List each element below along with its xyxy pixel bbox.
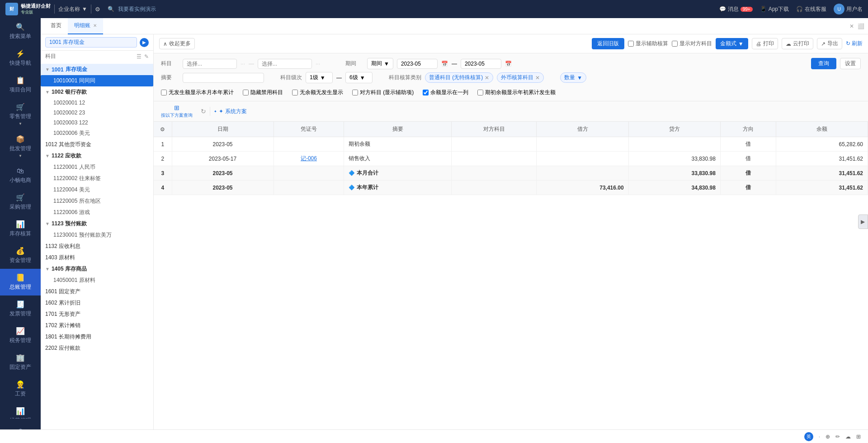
tree-item-1123[interactable]: ▼ 1123 预付账款 [41, 218, 153, 229]
contra-check[interactable] [352, 90, 358, 95]
expand-btn[interactable]: ∧ 收起更多 [159, 38, 195, 49]
sidebar-item-ledger[interactable]: 📒 总账管理 [0, 269, 41, 295]
no-occurrence-check[interactable] [161, 90, 167, 95]
bottom-icon-cloud[interactable]: ☁ [845, 433, 851, 440]
plan-refresh-icon[interactable]: ↻ [201, 108, 206, 115]
maximize-icon[interactable]: ⬜ [858, 23, 864, 29]
refresh-btn[interactable]: ↻ 刷新 [846, 40, 863, 48]
format-btn[interactable]: 金额式 ▼ [716, 38, 748, 49]
opening-check[interactable] [477, 90, 483, 95]
sidebar-item-salary[interactable]: 👷 工资 [0, 376, 41, 402]
sidebar-item-retail[interactable]: 🛒 零售管理 ▼ [0, 98, 41, 130]
bottom-icon-add[interactable]: ⊕ [826, 433, 830, 440]
tab-home[interactable]: 首页 [44, 18, 68, 34]
tree-item-1601[interactable]: 1601 固定资产 [41, 286, 153, 297]
tree-item-1602[interactable]: 1602 累计折旧 [41, 297, 153, 309]
tree-item-10020003[interactable]: 10020003 122 [41, 118, 153, 128]
settings-filter-btn[interactable]: 设置 [840, 58, 861, 69]
sidebar-item-ecommerce[interactable]: 🛍 小畅电商 [0, 162, 41, 189]
bottom-icon-lang[interactable]: 英 [804, 432, 813, 441]
balance-one-col-checkbox[interactable]: 余额显示在一列 [423, 89, 468, 96]
tree-item-10010001[interactable]: 10010001 同同同 [41, 75, 153, 86]
tree-item-11230001[interactable]: 11230001 预付账款美万 [41, 229, 153, 241]
demo-link[interactable]: 我要看实例演示 [118, 5, 156, 13]
sidebar-item-purchase[interactable]: 🛒 采购管理 [0, 189, 41, 215]
category-tag-1-remove[interactable]: ✕ [485, 75, 489, 81]
tree-item-11220001[interactable]: 11220001 人民币 [41, 162, 153, 173]
contra-checkbox[interactable]: 对方科目 (显示辅助项) [352, 89, 414, 96]
tree-item-1405[interactable]: ▼ 1405 库存商品 [41, 263, 153, 275]
tree-item-10020006[interactable]: 10020006 美元 [41, 128, 153, 139]
sidebar-item-search[interactable]: 🔍 搜索菜单 [0, 18, 41, 45]
sidebar-item-finance[interactable]: 💰 资金管理 [0, 242, 41, 269]
tab-detail[interactable]: 明细账 ✕ [68, 18, 103, 34]
tree-item-1001[interactable]: ▼ 1001 库存现金 [41, 64, 153, 75]
app-download-btn[interactable]: 📱 App下载 [760, 5, 789, 13]
query-btn[interactable]: 查询 [811, 58, 836, 69]
online-service-btn[interactable]: 🎧 在线客服 [796, 5, 826, 13]
tree-item-11220002[interactable]: 11220002 往来标签 [41, 173, 153, 184]
no-balance-checkbox[interactable]: 无余额无发生显示 [292, 89, 343, 96]
hide-disabled-check[interactable] [243, 90, 249, 95]
period-calendar-icon-2[interactable]: 📅 [505, 61, 512, 67]
filter-expand-icon[interactable]: ⊞ 按以下方案查询 [161, 104, 193, 119]
period-calendar-icon-1[interactable]: 📅 [441, 61, 448, 67]
right-collapse-btn[interactable]: ▶ [858, 214, 868, 229]
tree-item-11220006[interactable]: 11220006 游戏 [41, 207, 153, 218]
sidebar-item-project[interactable]: 📋 项目合同 [0, 71, 41, 98]
export-btn[interactable]: ↗ 导出 [817, 38, 842, 49]
tree-item-1012[interactable]: 1012 其他货币资金 [41, 139, 153, 150]
show-aux-check[interactable] [628, 41, 634, 47]
level-start-select[interactable]: 1级 ▼ [306, 72, 333, 83]
opening-checkbox[interactable]: 期初余额显示年初累计发生额 [477, 89, 556, 96]
edit-icon[interactable]: ✎ [144, 53, 149, 60]
cloud-print-btn[interactable]: ☁ 云打印 [782, 38, 813, 49]
sidebar-item-wholesale[interactable]: 📦 批发管理 ▼ [0, 130, 41, 162]
tree-item-14050001[interactable]: 14050001 原材料 [41, 275, 153, 286]
tree-item-1132[interactable]: 1132 应收利息 [41, 241, 153, 252]
tree-item-1801[interactable]: 1801 长期待摊费用 [41, 331, 153, 343]
tree-item-10020002[interactable]: 10020002 23 [41, 108, 153, 118]
period-start-input[interactable] [397, 59, 438, 69]
summary-filter-input[interactable] [183, 73, 264, 83]
subject-filter-input[interactable] [183, 59, 237, 69]
sidebar-item-tax[interactable]: 📈 税务管理 [0, 322, 41, 349]
list-icon[interactable]: ☰ [137, 53, 142, 60]
th-settings[interactable]: ⚙ [154, 122, 172, 137]
close-all-icon[interactable]: ✕ [849, 23, 854, 29]
company-dropdown[interactable]: 企业名称 ▼ [58, 5, 87, 13]
tree-item-10020001[interactable]: 10020001 12 [41, 98, 153, 108]
messages-btn[interactable]: 💬 消息 99+ [719, 5, 753, 13]
tree-item-1702[interactable]: 1702 累计摊销 [41, 320, 153, 331]
system-plan-item[interactable]: ✦ 系统方案 [214, 108, 247, 115]
level-end-select[interactable]: 6级 ▼ [345, 72, 373, 83]
subject-filter-input-2[interactable] [258, 59, 312, 69]
tree-item-1122[interactable]: ▼ 1122 应收款 [41, 150, 153, 162]
category-tag-2-remove[interactable]: ✕ [535, 75, 540, 81]
bottom-icon-grid[interactable]: ⊞ [856, 433, 861, 440]
tree-item-1002[interactable]: ▼ 1002 银行存款 [41, 86, 153, 98]
tree-item-11220004[interactable]: 11220004 美元 [41, 184, 153, 195]
balance-one-col-check[interactable] [423, 90, 429, 95]
tab-close-icon[interactable]: ✕ [93, 23, 97, 28]
tree-item-1403[interactable]: 1403 原材料 [41, 252, 153, 263]
period-type-select[interactable]: 期间 ▼ [367, 58, 393, 69]
period-end-input[interactable] [461, 59, 501, 69]
settings-icon[interactable]: ⚙ [95, 6, 100, 13]
no-occurrence-checkbox[interactable]: 无发生额显示本月本年累计 [161, 89, 234, 96]
no-balance-check[interactable] [292, 90, 298, 95]
show-aux-checkbox[interactable]: 显示辅助核算 [628, 40, 668, 48]
show-contra-checkbox[interactable]: 显示对方科目 [672, 40, 712, 48]
tree-item-1701[interactable]: 1701 无形资产 [41, 309, 153, 320]
td-voucher-2[interactable]: 记-006 [274, 152, 344, 166]
show-contra-check[interactable] [672, 41, 678, 47]
hide-disabled-checkbox[interactable]: 隐藏禁用科目 [243, 89, 283, 96]
user-menu[interactable]: U 用户名 [834, 4, 863, 14]
sidebar-item-assets[interactable]: 🏢 固定资产 [0, 349, 41, 376]
sidebar-item-invoice[interactable]: 🧾 发票管理 [0, 295, 41, 322]
sidebar-item-inventory[interactable]: 📊 库存核算 [0, 215, 41, 242]
tree-item-11220005[interactable]: 11220005 所在地区 [41, 195, 153, 207]
bottom-icon-edit[interactable]: ✏ [835, 433, 840, 440]
return-old-btn[interactable]: 返回旧版 [592, 38, 624, 49]
tree-item-2202[interactable]: 2202 应付账款 [41, 343, 153, 354]
